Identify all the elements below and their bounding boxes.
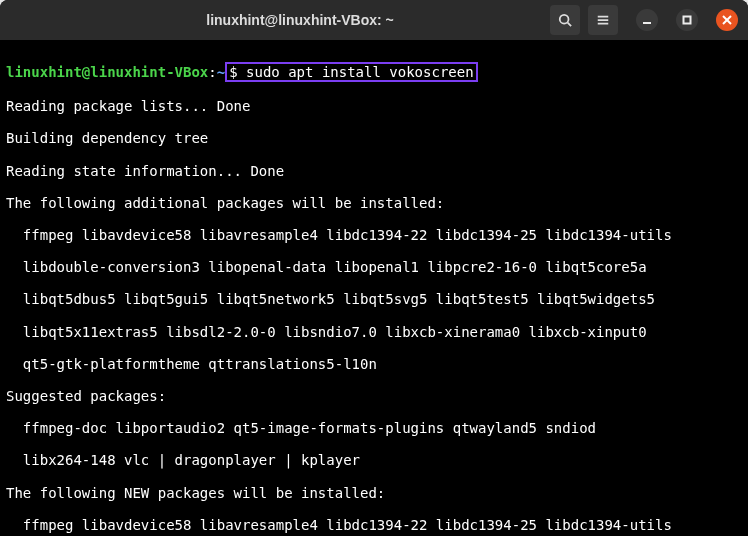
search-button[interactable] [550, 5, 580, 35]
prompt-line: linuxhint@linuxhint-VBox:~$ sudo apt ins… [6, 62, 742, 82]
command-text: sudo apt install vokoscreen [246, 64, 474, 80]
output-line: libqt5x11extras5 libsdl2-2.0-0 libsndio7… [6, 324, 742, 340]
titlebar: linuxhint@linuxhint-VBox: ~ [0, 0, 748, 40]
output-line: Suggested packages: [6, 388, 742, 404]
output-line: libdouble-conversion3 libopenal-data lib… [6, 259, 742, 275]
svg-rect-6 [684, 17, 691, 24]
minimize-icon [642, 15, 652, 25]
output-line: The following additional packages will b… [6, 195, 742, 211]
output-line: Reading package lists... Done [6, 98, 742, 114]
window-title: linuxhint@linuxhint-VBox: ~ [58, 12, 542, 28]
command-highlight-box: $ sudo apt install vokoscreen [225, 62, 477, 82]
terminal-body[interactable]: linuxhint@linuxhint-VBox:~$ sudo apt ins… [0, 40, 748, 536]
terminal-window: linuxhint@linuxhint-VBox: ~ linuxhint@li… [0, 0, 748, 536]
svg-line-1 [568, 23, 572, 27]
output-line: The following NEW packages will be insta… [6, 485, 742, 501]
output-line: Reading state information... Done [6, 163, 742, 179]
svg-point-0 [560, 15, 569, 24]
close-icon [722, 15, 732, 25]
output-line: libqt5dbus5 libqt5gui5 libqt5network5 li… [6, 291, 742, 307]
minimize-button[interactable] [636, 9, 658, 31]
output-line: Building dependency tree [6, 130, 742, 146]
output-line: ffmpeg libavdevice58 libavresample4 libd… [6, 517, 742, 533]
prompt-user-host: linuxhint@linuxhint-VBox [6, 64, 208, 80]
output-line: libx264-148 vlc | dragonplayer | kplayer [6, 452, 742, 468]
prompt-symbol: $ [229, 64, 237, 80]
maximize-button[interactable] [676, 9, 698, 31]
maximize-icon [682, 15, 692, 25]
output-line: qt5-gtk-platformtheme qttranslations5-l1… [6, 356, 742, 372]
output-line: ffmpeg libavdevice58 libavresample4 libd… [6, 227, 742, 243]
output-line: ffmpeg-doc libportaudio2 qt5-image-forma… [6, 420, 742, 436]
close-button[interactable] [716, 9, 738, 31]
hamburger-icon [596, 13, 610, 27]
menu-button[interactable] [588, 5, 618, 35]
prompt-path: ~ [217, 64, 225, 80]
search-icon [558, 13, 572, 27]
